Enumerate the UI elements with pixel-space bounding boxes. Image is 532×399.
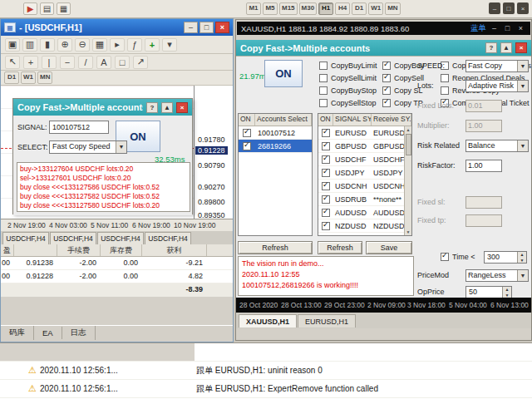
symbol-row[interactable]: USDJPY USDJPY (318, 166, 411, 180)
terminal-tab[interactable]: 日志 (62, 326, 96, 340)
symbol-row[interactable]: GBPUSD GBPUSD (318, 140, 411, 153)
accounts-name-header[interactable]: Accounts Select (255, 114, 312, 126)
spinner-arrows[interactable]: ▲▼ (517, 252, 526, 263)
journal-row[interactable]: 2020.11.10 12:56:1... 跟单 EURUSD,H1: Expe… (0, 380, 532, 398)
time-filter-checkbox[interactable] (441, 253, 449, 261)
timeframe-button[interactable]: H1 (318, 2, 333, 15)
symbol-checkbox[interactable] (322, 182, 330, 190)
symbols-on-header[interactable]: ON (318, 114, 333, 126)
setting-control[interactable]: 1.00 (466, 120, 502, 132)
chevron-down-icon[interactable] (517, 61, 528, 71)
orders-column-header[interactable]: 手续费 (57, 244, 101, 256)
right-window-titlebar[interactable]: XAUUSD,H1 1881.18 1884.92 1880.89 1883.6… (237, 22, 530, 35)
new-chart-icon[interactable]: ▣ (5, 38, 20, 52)
setting-control[interactable] (466, 196, 502, 209)
cursor-icon[interactable]: ↖ (5, 56, 20, 69)
shapes-icon[interactable]: □ (115, 56, 130, 69)
timeframe-button[interactable]: D1 (352, 2, 367, 15)
symbol-checkbox[interactable] (322, 222, 330, 230)
chart-tab[interactable]: EURUSD,H1 (298, 314, 356, 328)
scroll-down-icon[interactable]: ▼ (406, 229, 411, 235)
data-window-icon[interactable]: ▦ (57, 2, 71, 15)
app-restore-button[interactable]: □ (503, 2, 515, 14)
symbol-row[interactable]: NZDUSD NZDUSD (318, 219, 411, 233)
checkbox[interactable] (382, 99, 391, 107)
account-row[interactable]: 100107512 (239, 126, 312, 140)
accounts-on-header[interactable]: ON (239, 114, 255, 126)
orders-column-header[interactable]: 库存费 (101, 244, 142, 256)
restore-button[interactable]: □ (200, 22, 214, 33)
account-checkbox[interactable] (243, 129, 251, 137)
dialog-titlebar[interactable]: Copy Fast->Multiple accounts ? ▲ × (13, 99, 192, 116)
pin-button[interactable]: ▲ (500, 42, 512, 53)
symbol-row[interactable]: AUDUSD AUDUSD (318, 206, 411, 219)
time-axis[interactable]: 2 Nov 19:00 4 Nov 03:00 5 Nov 11:00 6 No… (1, 219, 233, 231)
chevron-down-icon[interactable] (517, 81, 528, 91)
checkbox[interactable] (382, 86, 391, 95)
auto-scroll-icon[interactable]: ▸ (110, 38, 125, 52)
speed-select[interactable]: Fast Copy Speed (49, 140, 127, 154)
setting-control[interactable] (466, 214, 502, 227)
close-button[interactable]: × (215, 22, 229, 33)
journal-row[interactable]: 2020.11.10 12:56:1... 跟单 EURUSD,H1: unin… (0, 362, 532, 380)
chevron-down-icon[interactable] (116, 141, 126, 153)
dialog-titlebar[interactable]: Copy Fast->Multiple accounts ? ▲ × (236, 40, 531, 56)
order-row[interactable]: 00 0.91228 -2.00 0.00 4.82 (1, 270, 233, 283)
symbol-row[interactable]: EURUSD EURUSD (318, 126, 411, 140)
help-button[interactable]: ? (485, 42, 497, 53)
arrow-tool-icon[interactable]: ↗ (133, 56, 148, 69)
symbol-checkbox[interactable] (322, 155, 330, 164)
checkbox[interactable] (382, 74, 391, 82)
chart-tab[interactable]: USDCHF,H4 (2, 232, 49, 244)
timeframe-button[interactable]: W1 (21, 71, 36, 84)
symbol-checkbox[interactable] (322, 169, 330, 177)
trendline-icon[interactable]: / (78, 56, 93, 69)
dialog-close-button[interactable]: × (176, 102, 188, 113)
expert-advisors-icon[interactable]: ▶ (23, 2, 37, 15)
timeframe-button[interactable]: M15 (279, 2, 298, 15)
right-time-axis[interactable]: 28 Oct 2020 28 Oct 13:00 29 Oct 23:00 2 … (236, 298, 531, 313)
chart-tab[interactable]: USDCHF,H4 (50, 232, 96, 244)
checkbox[interactable] (382, 62, 391, 70)
save-button[interactable]: Save (366, 241, 412, 254)
symbol-row[interactable]: USDRUB **none** (318, 193, 411, 206)
crosshair-icon[interactable]: + (23, 56, 38, 69)
hline-icon[interactable]: − (60, 56, 75, 69)
chevron-down-icon[interactable] (517, 140, 528, 151)
app-close-button[interactable]: × (517, 2, 529, 14)
timeframe-button[interactable]: M1 (246, 2, 261, 15)
timeframe-button[interactable]: W1 (368, 2, 383, 15)
symbols-scrollbar[interactable]: ▲ ▼ (404, 126, 411, 235)
setting-control[interactable]: 1.00 (466, 160, 502, 172)
order-row[interactable]: 00 0.91238 -2.00 0.00 -9.21 (1, 257, 233, 270)
account-row[interactable]: 26819266 (239, 140, 312, 153)
minimize-button[interactable]: – (489, 24, 500, 32)
timeframe-button[interactable]: MN (37, 71, 52, 84)
orders-column-header[interactable] (14, 244, 57, 256)
symbol-checkbox[interactable] (322, 142, 330, 150)
time-filter-spinner[interactable]: 300 ▲▼ (484, 251, 527, 264)
minimize-button[interactable]: – (184, 22, 198, 33)
spinner-arrows[interactable]: ▲▼ (502, 287, 511, 298)
candles-icon[interactable]: ▮ (40, 38, 55, 52)
timeframe-button[interactable]: M30 (299, 2, 318, 15)
timeframe-button[interactable]: D1 (4, 71, 19, 84)
checkbox[interactable] (319, 74, 328, 82)
copy-on-button[interactable]: ON (264, 60, 303, 87)
tile-windows-icon[interactable]: ▦ (92, 38, 107, 52)
terminal-tab[interactable]: 码库 (1, 326, 34, 340)
market-watch-icon[interactable]: ▤ (40, 2, 54, 15)
help-button[interactable]: ? (146, 102, 158, 113)
app-minimize-button[interactable]: – (489, 2, 500, 14)
price-axis[interactable]: 0.91780 0.91228 0.90790 0.90270 0.89800 … (194, 86, 233, 219)
timeframe-button[interactable]: MN (385, 2, 400, 15)
checkbox[interactable] (319, 86, 328, 95)
timeframe-button[interactable]: H4 (335, 2, 350, 15)
chart-type-icon[interactable]: ▥ (22, 38, 37, 52)
scrollbar-thumb[interactable] (406, 134, 411, 155)
new-order-icon[interactable]: + (145, 38, 160, 52)
setting-control[interactable]: Fast Copy (466, 60, 529, 72)
zoom-in-icon[interactable]: ⊕ (57, 38, 72, 52)
dialog-close-button[interactable]: × (515, 42, 527, 53)
pin-button[interactable]: ▲ (161, 102, 173, 113)
